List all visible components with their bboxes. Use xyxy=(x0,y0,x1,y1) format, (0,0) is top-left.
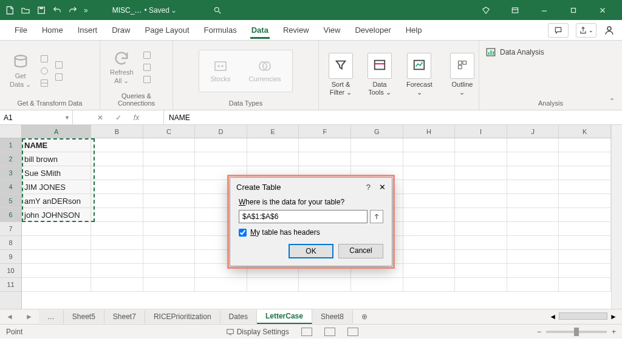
cell[interactable] xyxy=(403,180,456,194)
cell[interactable] xyxy=(559,166,611,180)
cell[interactable] xyxy=(455,138,507,152)
formula-input[interactable] xyxy=(169,113,617,122)
headers-checkbox-row[interactable]: My table has headers xyxy=(239,228,383,237)
horizontal-scrollbar[interactable] xyxy=(559,312,607,320)
cell[interactable] xyxy=(403,138,456,152)
cell[interactable] xyxy=(507,194,559,208)
cell[interactable] xyxy=(247,278,299,292)
premium-icon[interactable] xyxy=(471,0,501,20)
cell[interactable] xyxy=(22,222,91,236)
cell[interactable] xyxy=(247,138,299,152)
cell[interactable] xyxy=(22,236,91,250)
cell[interactable] xyxy=(559,278,611,292)
undo-icon[interactable] xyxy=(52,5,62,15)
col-header[interactable]: G xyxy=(351,125,403,138)
save-status[interactable]: • Saved xyxy=(144,6,169,15)
tab-nav-next-icon[interactable]: ► xyxy=(19,312,39,321)
row-header[interactable]: 5 xyxy=(0,194,21,208)
cell[interactable] xyxy=(403,264,456,278)
queries-icon[interactable] xyxy=(142,50,152,60)
data-analysis-button[interactable]: Data Analysis xyxy=(485,47,544,58)
cell[interactable] xyxy=(455,166,507,180)
cell[interactable] xyxy=(143,278,196,292)
ribbon-display-icon[interactable] xyxy=(501,0,530,20)
cell[interactable] xyxy=(299,152,351,166)
tab-pagelayout[interactable]: Page Layout xyxy=(138,22,197,39)
cell[interactable] xyxy=(91,278,143,292)
col-header[interactable]: D xyxy=(195,125,247,138)
col-header[interactable]: B xyxy=(91,125,143,138)
cell[interactable] xyxy=(91,236,143,250)
sheet-tab[interactable]: Sheet8 xyxy=(312,310,353,323)
col-header[interactable]: I xyxy=(455,125,507,138)
share-button[interactable]: ⌄ xyxy=(576,23,596,38)
row-header[interactable]: 6 xyxy=(0,208,21,222)
select-all-corner[interactable] xyxy=(0,125,21,138)
col-header[interactable]: E xyxy=(247,125,299,138)
properties-icon[interactable] xyxy=(142,62,152,72)
view-normal-icon[interactable] xyxy=(301,328,312,336)
save-icon[interactable] xyxy=(36,5,46,15)
tab-formulas[interactable]: Formulas xyxy=(197,22,244,39)
cell[interactable] xyxy=(403,250,456,264)
row-header[interactable]: 1 xyxy=(0,138,21,152)
name-box[interactable]: ▼ xyxy=(0,110,73,124)
cell[interactable] xyxy=(559,222,611,236)
from-text-icon[interactable] xyxy=(39,54,49,64)
account-icon[interactable] xyxy=(604,25,615,36)
forecast-button[interactable]: Forecast ⌄ xyxy=(403,50,436,99)
row-header[interactable]: 11 xyxy=(0,278,21,292)
cell[interactable] xyxy=(559,236,611,250)
cell[interactable] xyxy=(559,250,611,264)
cell[interactable] xyxy=(351,278,403,292)
headers-checkbox[interactable] xyxy=(239,229,247,237)
cell[interactable] xyxy=(507,166,559,180)
tab-nav-prev-icon[interactable]: ◄ xyxy=(0,312,19,321)
cell[interactable] xyxy=(559,138,611,152)
chevron-down-icon[interactable]: ▼ xyxy=(64,115,70,121)
cell[interactable] xyxy=(91,250,143,264)
tab-draw[interactable]: Draw xyxy=(104,22,137,39)
cell[interactable] xyxy=(455,152,507,166)
cell[interactable] xyxy=(507,264,559,278)
tab-insert[interactable]: Insert xyxy=(70,22,105,39)
redo-icon[interactable] xyxy=(68,5,78,15)
tab-view[interactable]: View xyxy=(316,22,348,39)
cell[interactable] xyxy=(455,208,507,222)
get-data-button[interactable]: Get Data ⌄ xyxy=(6,51,35,90)
cell[interactable] xyxy=(91,138,143,152)
zoom-slider[interactable] xyxy=(546,331,607,333)
cell[interactable] xyxy=(507,236,559,250)
cell[interactable] xyxy=(143,138,196,152)
vertical-scrollbar[interactable] xyxy=(611,125,622,309)
fx-icon[interactable]: fx xyxy=(134,113,139,122)
close-button[interactable] xyxy=(588,0,617,20)
cell[interactable] xyxy=(22,278,91,292)
cell[interactable] xyxy=(195,278,247,292)
cell[interactable] xyxy=(559,152,611,166)
ok-button[interactable]: OK xyxy=(289,244,333,258)
tab-developer[interactable]: Developer xyxy=(347,22,398,39)
cell[interactable] xyxy=(455,250,507,264)
cell[interactable] xyxy=(143,250,196,264)
cell[interactable] xyxy=(91,222,143,236)
col-header[interactable]: A xyxy=(22,125,91,138)
from-table-icon[interactable] xyxy=(39,78,49,88)
from-web-icon[interactable] xyxy=(39,66,49,76)
row-header[interactable]: 9 xyxy=(0,250,21,264)
view-pagebreak-icon[interactable] xyxy=(347,328,358,336)
col-header[interactable]: F xyxy=(299,125,351,138)
cell[interactable] xyxy=(299,278,351,292)
cell[interactable] xyxy=(91,180,143,194)
cell[interactable] xyxy=(143,208,196,222)
col-header[interactable]: K xyxy=(559,125,611,138)
refresh-all-button[interactable]: Refresh All ⌄ xyxy=(106,47,137,87)
cell[interactable] xyxy=(351,152,403,166)
data-tools-button[interactable]: Data Tools ⌄ xyxy=(364,50,395,99)
cell[interactable]: JIM JONES xyxy=(22,180,91,194)
add-sheet-button[interactable]: ⊕ xyxy=(353,312,376,321)
cell[interactable] xyxy=(143,264,196,278)
qat-more-icon[interactable]: » xyxy=(84,6,88,15)
cell[interactable] xyxy=(91,264,143,278)
cell[interactable]: bill brown xyxy=(22,152,91,166)
